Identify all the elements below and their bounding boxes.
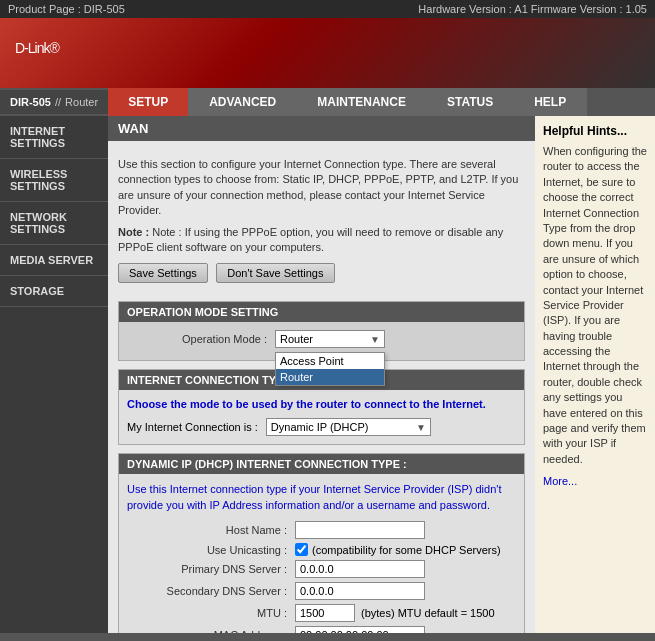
unicasting-label: Use Unicasting : [127,544,287,556]
unicasting-text: (compatibility for some DHCP Servers) [312,544,501,556]
wan-note: Note : Note : If using the PPPoE option,… [118,225,525,256]
host-name-row: Host Name : [127,521,516,539]
top-bar: Product Page : DIR-505 Hardware Version … [0,0,655,18]
operation-mode-row: Operation Mode : Router ▼ Access Point R… [127,330,516,348]
sidebar: INTERNET SETTINGS WIRELESS SETTINGS NETW… [0,116,108,633]
primary-dns-label: Primary DNS Server : [127,563,287,575]
secondary-dns-input[interactable] [295,582,425,600]
help-text: When configuring the router to access th… [543,144,647,467]
mac-address-input[interactable] [295,626,425,633]
more-link[interactable]: More... [543,475,647,487]
sidebar-item-internet-settings[interactable]: INTERNET SETTINGS [0,116,108,159]
option-access-point[interactable]: Access Point [276,353,384,369]
primary-dns-input[interactable] [295,560,425,578]
dhcp-header: DYNAMIC IP (DHCP) INTERNET CONNECTION TY… [119,454,524,474]
content-scroll: WAN Use this section to configure your I… [108,116,535,633]
host-name-label: Host Name : [127,524,287,536]
header: D-Link® [0,18,655,88]
dhcp-warning: Use this Internet connection type if you… [127,482,516,513]
operation-mode-select[interactable]: Router ▼ [275,330,385,348]
sidebar-item-media-server[interactable]: MEDIA SERVER [0,245,108,276]
logo-sup: ® [49,40,58,56]
operation-mode-dropdown-container: Router ▼ Access Point Router [275,330,385,348]
ict-row: My Internet Connection is : Dynamic IP (… [127,418,516,436]
operation-mode-label: Operation Mode : [127,333,267,345]
dont-save-settings-button[interactable]: Don't Save Settings [216,263,334,283]
logo: D-Link® [15,36,59,73]
dropdown-arrow-icon: ▼ [366,332,384,347]
help-panel: Helpful Hints... When configuring the ro… [535,116,655,633]
tab-setup[interactable]: SETUP [108,88,189,116]
unicasting-checkbox[interactable] [295,543,308,556]
breadcrumb-section: Router [65,96,98,108]
wan-header: WAN [108,116,535,141]
wan-buttons: Save Settings Don't Save Settings [118,263,525,283]
dhcp-section: DYNAMIC IP (DHCP) INTERNET CONNECTION TY… [118,453,525,633]
operation-mode-header: OPERATION MODE SETTING [119,302,524,322]
sidebar-item-wireless-settings[interactable]: WIRELESS SETTINGS [0,159,108,202]
product-page: Product Page : DIR-505 [8,3,125,15]
connection-type-value: Dynamic IP (DHCP) [267,419,412,435]
main-layout: INTERNET SETTINGS WIRELESS SETTINGS NETW… [0,116,655,633]
option-router[interactable]: Router [276,369,384,385]
breadcrumb-dir: DIR-505 [10,96,51,108]
tab-maintenance[interactable]: MAINTENANCE [297,88,427,116]
secondary-dns-label: Secondary DNS Server : [127,585,287,597]
breadcrumb-sep: // [55,96,61,108]
connection-type-arrow-icon: ▼ [412,420,430,435]
version-info: Hardware Version : A1 Firmware Version :… [418,3,647,15]
operation-mode-value: Router [276,331,366,347]
sidebar-item-storage[interactable]: STORAGE [0,276,108,307]
connection-type-select[interactable]: Dynamic IP (DHCP) ▼ [266,418,431,436]
tab-status[interactable]: STATUS [427,88,514,116]
mac-address-row: MAC Address : [127,626,516,633]
dhcp-body: Use this Internet connection type if you… [119,474,524,633]
host-name-input[interactable] [295,521,425,539]
wireless-bar: WIRELESS [0,633,655,641]
operation-mode-section: OPERATION MODE SETTING Operation Mode : … [118,301,525,361]
wan-body: Use this section to configure your Inter… [108,149,535,301]
help-title: Helpful Hints... [543,124,647,138]
mtu-label: MTU : [127,607,287,619]
ict-choose-text: Choose the mode to be used by the router… [127,398,516,410]
breadcrumb: DIR-505 // Router [0,90,108,114]
logo-text: D-Link [15,40,49,56]
save-settings-button[interactable]: Save Settings [118,263,208,283]
tab-advanced[interactable]: ADVANCED [189,88,297,116]
wan-intro: Use this section to configure your Inter… [118,157,525,219]
ict-body: Choose the mode to be used by the router… [119,390,524,444]
ict-label: My Internet Connection is : [127,421,258,433]
operation-mode-dropdown-open: Access Point Router [275,352,385,386]
tab-help[interactable]: HELP [514,88,587,116]
sidebar-item-network-settings[interactable]: NETWORK SETTINGS [0,202,108,245]
mac-address-label: MAC Address : [127,629,287,633]
secondary-dns-row: Secondary DNS Server : [127,582,516,600]
mtu-row: MTU : (bytes) MTU default = 1500 [127,604,516,622]
primary-dns-row: Primary DNS Server : [127,560,516,578]
mtu-input[interactable] [295,604,355,622]
content-area: WAN Use this section to configure your I… [108,116,535,633]
unicasting-checkbox-row: (compatibility for some DHCP Servers) [295,543,501,556]
nav-tabs: DIR-505 // Router SETUP ADVANCED MAINTEN… [0,88,655,116]
mtu-suffix: (bytes) MTU default = 1500 [361,607,495,619]
unicasting-row: Use Unicasting : (compatibility for some… [127,543,516,556]
